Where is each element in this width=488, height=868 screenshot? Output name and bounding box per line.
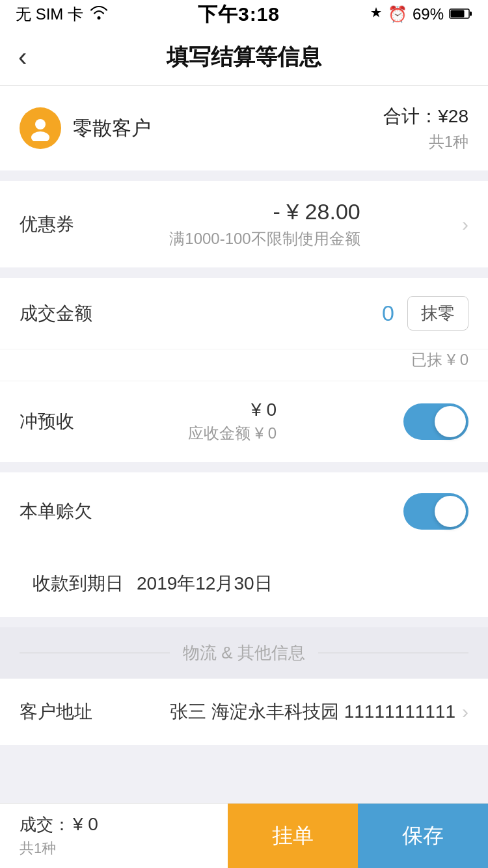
pre-collect-sub: 应收金额 ¥ 0: [188, 423, 277, 444]
coupon-chevron-icon: ›: [462, 213, 468, 236]
status-right: ⏰ 69%: [370, 5, 472, 23]
coupon-section[interactable]: 优惠券 - ¥ 28.00 满1000-100不限制使用金额 ›: [0, 181, 488, 267]
debt-toggle[interactable]: [403, 493, 468, 530]
logistics-divider: 物流 & 其他信息: [0, 627, 488, 679]
address-section[interactable]: 客户地址 张三 海淀永丰科技园 11111111111 ›: [0, 679, 488, 745]
divider-line-right: [318, 653, 468, 653]
status-left: 无 SIM 卡: [16, 4, 108, 25]
address-label: 客户地址: [20, 699, 92, 724]
total-count: 共1种: [383, 131, 468, 152]
pre-collect-row: 冲预收 ¥ 0 应收金额 ¥ 0: [0, 381, 488, 462]
due-date-row: 收款到期日2019年12月30日: [0, 550, 488, 617]
nav-bar: ‹ 填写结算等信息: [0, 29, 488, 86]
status-bar: 无 SIM 卡 下午3:18 ⏰ 69%: [0, 0, 488, 29]
deal-amount-value[interactable]: 0: [355, 301, 394, 326]
customer-section: 零散客户 合计：¥28 共1种: [0, 86, 488, 170]
address-row[interactable]: 客户地址 张三 海淀永丰科技园 11111111111 ›: [0, 679, 488, 745]
battery-icon: [449, 5, 472, 23]
alarm-icon: ⏰: [388, 5, 407, 23]
deal-amount-sub: 已抹 ¥ 0: [0, 349, 488, 381]
save-button[interactable]: 保存: [358, 804, 488, 868]
pre-collect-toggle[interactable]: [403, 403, 468, 440]
debt-row: 本单赊欠: [0, 472, 488, 550]
svg-rect-1: [450, 10, 464, 18]
deal-amount-block: 成交金额 0 抹零 已抹 ¥ 0: [0, 278, 488, 381]
bottom-summary: 成交：¥ 0 共1种: [0, 804, 228, 868]
svg-rect-2: [470, 12, 472, 16]
save-button-label: 保存: [402, 822, 444, 850]
avatar: [20, 107, 61, 149]
bottom-deal-prefix: 成交：: [20, 815, 70, 834]
pre-collect-value-block: ¥ 0 应收金额 ¥ 0: [188, 400, 277, 444]
address-chevron-icon: ›: [462, 701, 468, 723]
no-sim-text: 无 SIM 卡: [16, 4, 83, 25]
customer-name: 零散客户: [73, 115, 151, 142]
deal-amount-row: 成交金额 0 抹零: [0, 278, 488, 349]
deal-amount-label: 成交金额: [20, 301, 92, 326]
hang-button-label: 挂单: [272, 822, 314, 850]
customer-row: 零散客户 合计：¥28 共1种: [0, 86, 488, 170]
hang-button[interactable]: 挂单: [228, 804, 358, 868]
bottom-bar: 成交：¥ 0 共1种 挂单 保存: [0, 803, 488, 868]
coupon-row[interactable]: 优惠券 - ¥ 28.00 满1000-100不限制使用金额 ›: [0, 181, 488, 267]
divider-line-left: [20, 653, 170, 653]
pre-collect-label: 冲预收: [20, 409, 74, 434]
toggle-knob: [435, 406, 466, 437]
debt-label: 本单赊欠: [20, 499, 92, 524]
customer-left: 零散客户: [20, 107, 151, 149]
coupon-label: 优惠券: [20, 212, 74, 237]
status-time: 下午3:18: [198, 1, 280, 28]
svg-point-3: [35, 119, 46, 129]
back-button[interactable]: ‹: [18, 42, 27, 72]
location-icon: [370, 5, 383, 23]
customer-right: 合计：¥28 共1种: [383, 104, 468, 152]
bottom-deal-label: 成交：¥ 0: [20, 813, 208, 836]
bottom-deal-count: 共1种: [20, 839, 208, 858]
due-date-label: 收款到期日: [33, 573, 124, 593]
deal-amount-right: 0 抹零: [355, 296, 468, 331]
page-title: 填写结算等信息: [167, 42, 321, 72]
debt-toggle-knob: [435, 496, 466, 527]
due-date-value: 2019年12月30日: [137, 573, 273, 593]
round-zero-button[interactable]: 抹零: [407, 296, 468, 331]
logistics-label: 物流 & 其他信息: [183, 642, 305, 664]
coupon-value-block: - ¥ 28.00 满1000-100不限制使用金额: [169, 199, 360, 249]
pre-collect-value: ¥ 0: [188, 400, 277, 420]
address-right: 张三 海淀永丰科技园 11111111111 ›: [170, 699, 468, 724]
total-amount: 合计：¥28: [383, 104, 468, 129]
coupon-value: - ¥ 28.00: [169, 199, 360, 224]
wifi-icon: [90, 5, 108, 23]
amount-section: 成交金额 0 抹零 已抹 ¥ 0 冲预收 ¥ 0 应收金额 ¥ 0: [0, 278, 488, 462]
debt-section: 本单赊欠 收款到期日2019年12月30日: [0, 472, 488, 617]
battery-text: 69%: [413, 5, 444, 23]
svg-point-4: [31, 131, 49, 141]
bottom-deal-value: ¥ 0: [73, 814, 98, 834]
coupon-sub: 满1000-100不限制使用金额: [169, 228, 360, 249]
address-value: 张三 海淀永丰科技园 11111111111: [170, 699, 455, 724]
